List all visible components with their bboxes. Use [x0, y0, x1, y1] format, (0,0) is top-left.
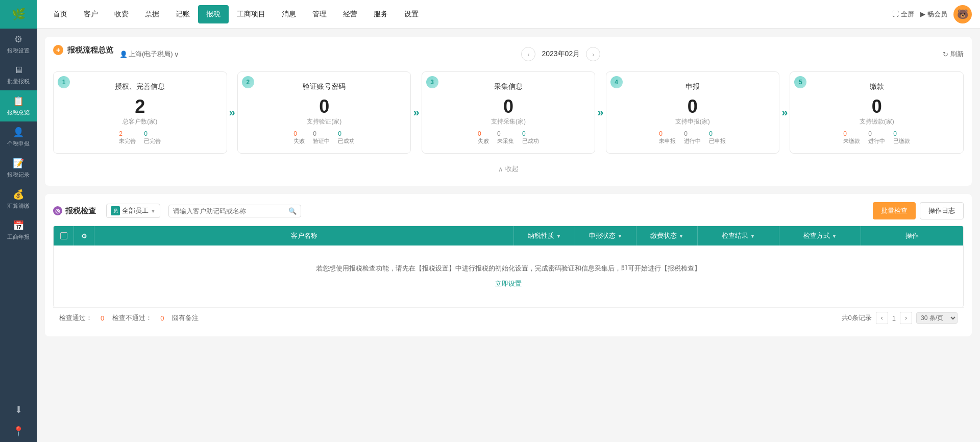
table-header: ⚙ 客户名称 纳税性质 ▼ 申报状态 ▼ 缴费状态 ▼: [54, 226, 963, 245]
chevron-down-icon: ∨: [174, 51, 179, 58]
check-title: ◎ 报税检查: [53, 206, 96, 216]
nav-accounting[interactable]: 记账: [167, 0, 198, 29]
sidebar-item-label: 汇算清缴: [7, 202, 30, 210]
tax-records-icon: 📝: [13, 158, 24, 169]
refresh-btn[interactable]: ↻ 刷新: [943, 50, 964, 59]
main-area: 首页 客户 收费 票据 记账 报税 工商项目 消息 管理 经营 服务 设置 ⛶ …: [37, 0, 980, 442]
nav-settings[interactable]: 设置: [396, 0, 427, 29]
page-size-select[interactable]: 30 条/页 50 条/页 100 条/页: [916, 312, 958, 324]
log-btn[interactable]: 操作日志: [920, 202, 964, 219]
header-checkbox[interactable]: [60, 232, 67, 239]
th-checkbox: [54, 226, 74, 245]
step-count-2: 0: [246, 95, 403, 117]
nav-business[interactable]: 工商项目: [229, 0, 274, 29]
sidebar-item-location[interactable]: 📍: [11, 421, 26, 442]
nav-home[interactable]: 首页: [45, 0, 76, 29]
nav-services[interactable]: 服务: [365, 0, 396, 29]
sidebar-item-annual-report[interactable]: 📅 工商年报: [0, 215, 37, 246]
employee-select[interactable]: 员 全部员工 ▼: [106, 204, 160, 218]
stat-fail-2: 0 失败: [293, 130, 305, 145]
instant-setup-link[interactable]: 立即设置: [495, 279, 522, 288]
prev-page-btn[interactable]: ‹: [876, 312, 888, 324]
step-desc-1: 总客户数(家): [62, 117, 218, 126]
next-page-btn[interactable]: ›: [900, 312, 912, 324]
collapse-btn[interactable]: ∧ 收起: [53, 160, 964, 178]
annual-settlement-icon: 💰: [13, 189, 24, 200]
flow-step-2: 2 验证账号密码 0 支持验证(家) 0 失败 0 验证中: [237, 71, 411, 154]
sidebar-item-tax-records[interactable]: 📝 报税记录: [0, 153, 37, 184]
location-tag[interactable]: 👤 上海(电子税局) ∨: [119, 50, 179, 59]
batch-check-btn[interactable]: 批量检查: [873, 202, 916, 219]
empty-message: 若您想使用报税检查功能，请先在【报税设置】中进行报税的初始化设置，完成密码验证和…: [316, 264, 701, 273]
tax-settings-icon: ⚙: [14, 34, 22, 45]
check-header-right: 批量检查 操作日志: [873, 202, 964, 219]
nav-tax[interactable]: 报税: [198, 5, 229, 23]
topnav: 首页 客户 收费 票据 记账 报税 工商项目 消息 管理 经营 服务 设置: [45, 0, 892, 29]
step-title-5: 缴款: [798, 82, 955, 91]
sidebar-item-tax-overview[interactable]: 📋 报税总览: [0, 90, 37, 121]
sidebar-item-batch-tax[interactable]: 🖥 批量报税: [0, 60, 37, 90]
step-count-5: 0: [798, 95, 955, 117]
flow-step-4: 4 申报 0 支持申报(家) 0 未申报 0 进行中: [606, 71, 780, 154]
search-icon[interactable]: 🔍: [288, 207, 297, 215]
arrow-4-5: »: [779, 71, 790, 154]
filter-icon-pay[interactable]: ▼: [679, 233, 684, 239]
sidebar-item-label: 报税总览: [7, 109, 30, 116]
personal-tax-icon: 👤: [13, 127, 24, 138]
stat-success-3: 0 已成功: [522, 130, 539, 145]
th-client-name: 客户名称: [94, 226, 514, 245]
stat-success-5: 0 已缴款: [893, 130, 910, 145]
fullscreen-icon: ⛶: [892, 10, 899, 18]
tax-check-card: ◎ 报税检查 员 全部员工 ▼ 🔍 批量检查 操作日志: [45, 194, 972, 336]
annual-report-icon: 📅: [13, 220, 24, 231]
gear-icon[interactable]: ⚙: [81, 232, 87, 240]
fullscreen-btn[interactable]: ⛶ 全屏: [892, 10, 914, 19]
stat-success-2: 0 已成功: [338, 130, 355, 145]
th-check-result: 检查结果 ▼: [698, 226, 779, 245]
filter-icon-method[interactable]: ▼: [832, 233, 837, 239]
table-empty-state: 若您想使用报税检查功能，请先在【报税设置】中进行报税的初始化设置，完成密码验证和…: [54, 245, 963, 307]
filter-icon-declare[interactable]: ▼: [618, 233, 623, 239]
step-title-3: 采集信息: [430, 82, 587, 91]
fail-count[interactable]: 0: [160, 314, 164, 322]
table-footer: 检查通过： 0 检查不通过： 0 囧有备注 共0条记录 ‹ 1 › 30 条/页…: [53, 307, 964, 328]
flow-step-5: 5 缴款 0 支持缴款(家) 0 未缴款 0 进行中: [790, 71, 964, 154]
sidebar-item-annual-settlement[interactable]: 💰 汇算清缴: [0, 184, 37, 215]
filter-icon-tax-type[interactable]: ▼: [556, 233, 561, 239]
search-input[interactable]: [173, 207, 288, 215]
nav-management[interactable]: 管理: [304, 0, 335, 29]
sidebar-item-label: 个税申报: [7, 140, 30, 148]
nav-operations[interactable]: 经营: [335, 0, 365, 29]
flow-overview-card: + 报税流程总览 👤 上海(电子税局) ∨ ‹ 2023年02月 › ↻ 刷新: [45, 37, 972, 186]
nav-clients[interactable]: 客户: [76, 0, 106, 29]
overview-title: + 报税流程总览: [53, 45, 113, 55]
refresh-icon: ↻: [943, 51, 948, 58]
step-num-2: 2: [242, 76, 254, 88]
next-month-btn[interactable]: ›: [586, 47, 600, 61]
pass-count[interactable]: 0: [101, 314, 104, 322]
arrow-1-2: »: [227, 71, 237, 154]
stat-fail-3: 0 失败: [478, 130, 489, 145]
page-num: 1: [892, 314, 896, 322]
sidebar-item-download[interactable]: ⬇: [11, 399, 26, 421]
nav-messages[interactable]: 消息: [274, 0, 304, 29]
filter-icon-result[interactable]: ▼: [750, 233, 755, 239]
sidebar-item-personal-tax[interactable]: 👤 个税申报: [0, 121, 37, 153]
user-avatar[interactable]: 🐻: [953, 5, 972, 23]
sidebar-item-label: 工商年报: [7, 233, 30, 241]
th-gear: ⚙: [74, 226, 94, 245]
step-desc-2: 支持验证(家): [246, 117, 403, 126]
sidebar-item-tax-settings[interactable]: ⚙ 报税设置: [0, 29, 37, 60]
member-btn[interactable]: ▶ 畅会员: [920, 10, 947, 19]
nav-bills[interactable]: 票据: [137, 0, 167, 29]
step-desc-5: 支持缴款(家): [798, 117, 955, 126]
sidebar: 🌿 ⚙ 报税设置 🖥 批量报税 📋 报税总览 👤 个税申报 📝 报税记录 💰 汇…: [0, 0, 37, 442]
step-title-4: 申报: [615, 82, 771, 91]
note-label: 囧有备注: [172, 313, 199, 323]
step-desc-4: 支持申报(家): [615, 117, 771, 126]
prev-month-btn[interactable]: ‹: [521, 47, 535, 61]
nav-fees[interactable]: 收费: [106, 0, 137, 29]
stat-pending-2: 0 验证中: [313, 130, 330, 145]
check-header: ◎ 报税检查 员 全部员工 ▼ 🔍 批量检查 操作日志: [53, 202, 964, 219]
employee-icon: 员: [111, 206, 120, 215]
